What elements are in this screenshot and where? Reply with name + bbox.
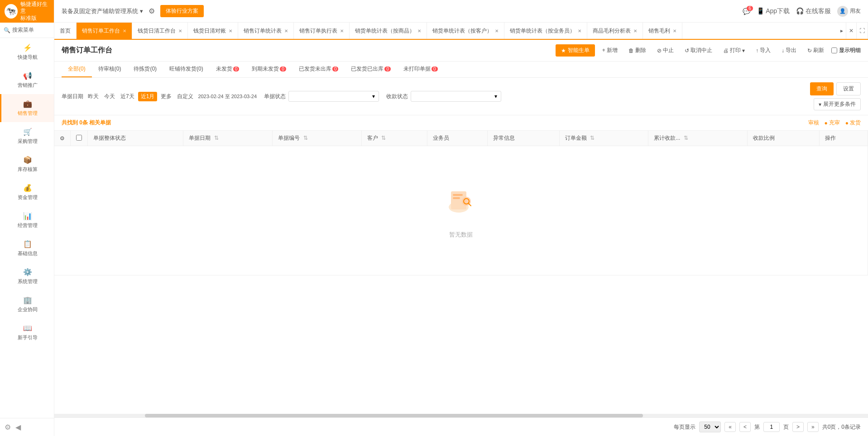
- tabs-close-all-button[interactable]: ✕: [846, 23, 857, 39]
- tab-sales-profit[interactable]: 销售毛利 ✕: [643, 23, 682, 39]
- next-page-button[interactable]: >: [792, 422, 804, 432]
- sub-tab-not-shipped[interactable]: 未发货0: [210, 62, 246, 77]
- payment-select[interactable]: ▾: [411, 91, 501, 102]
- review-btn[interactable]: 审核: [808, 119, 819, 127]
- sidebar-item-system[interactable]: ⚙️ 系统管理: [0, 262, 54, 290]
- refresh-button[interactable]: ↻ 刷新: [804, 45, 828, 56]
- tab-close-icon[interactable]: ✕: [178, 28, 182, 33]
- detail-checkbox[interactable]: [831, 47, 837, 53]
- cancel-stop-button[interactable]: ↺ 取消中止: [681, 45, 716, 56]
- detail-toggle[interactable]: 显示明细: [831, 47, 861, 54]
- ship-btn[interactable]: ● 发货: [845, 119, 861, 127]
- scrollbar-thumb[interactable]: [145, 414, 643, 417]
- print-button[interactable]: 🖨 打印 ▾: [719, 45, 748, 56]
- tabs-more-button[interactable]: ▸: [838, 23, 846, 39]
- sub-tab-pending-pickup[interactable]: 待拣货(0): [127, 62, 163, 77]
- online-service-button[interactable]: 🎧 在线客服: [796, 7, 831, 15]
- tabs-fullscreen-button[interactable]: ⛶: [857, 23, 868, 39]
- sidebar-item-enterprise[interactable]: 🏢 企业协同: [0, 290, 54, 318]
- sub-tabs: 全部(0) 待审核(0) 待拣货(0) 旺铺待发货(0) 未发货0 到期未发货0…: [54, 62, 868, 78]
- sidebar-item-operation[interactable]: 📊 经营管理: [0, 206, 54, 234]
- tab-close-icon[interactable]: ✕: [673, 28, 676, 33]
- status-select[interactable]: ▾: [288, 91, 379, 102]
- last-page-button[interactable]: »: [807, 422, 819, 432]
- sub-tab-wangpu[interactable]: 旺铺待发货(0): [163, 62, 210, 77]
- sub-tab-not-printed[interactable]: 未打印单据0: [397, 62, 444, 77]
- sub-tab-all[interactable]: 全部(0): [62, 62, 92, 77]
- tab-sales-stats-staff[interactable]: 销货单统计表（按业务员） ✕: [504, 23, 587, 39]
- date-btn-1month[interactable]: 近1月: [138, 92, 158, 101]
- th-number[interactable]: 单据编号 ⇅: [273, 131, 362, 146]
- sidebar-search[interactable]: 🔍 搜索菜单: [0, 23, 54, 38]
- tab-close-icon[interactable]: ✕: [417, 28, 421, 33]
- import-button[interactable]: ↑ 导入: [752, 45, 774, 56]
- sidebar-item-guide[interactable]: 📖 新手引导: [0, 318, 54, 346]
- export-button[interactable]: ↓ 导出: [778, 45, 800, 56]
- message-button[interactable]: 💬 6: [743, 8, 750, 15]
- industry-solution-button[interactable]: 体验行业方案: [160, 5, 204, 17]
- footer-settings-icon[interactable]: ⚙: [5, 423, 11, 431]
- sub-tab-expired-not-shipped[interactable]: 到期未发货0: [245, 62, 293, 77]
- tab-close-icon[interactable]: ✕: [578, 28, 581, 33]
- status-dropdown-icon: ▾: [372, 93, 375, 100]
- tab-sales-stats-table[interactable]: 销售订单统计表 ✕: [238, 23, 294, 39]
- delete-button[interactable]: 🗑 删除: [625, 45, 650, 56]
- tab-sales-stats-product[interactable]: 销货单统计表（按商品） ✕: [350, 23, 427, 39]
- tab-home[interactable]: 首页: [54, 23, 77, 39]
- first-page-button[interactable]: «: [724, 422, 736, 432]
- new-button[interactable]: + 新增: [599, 45, 621, 56]
- sidebar-item-quick-nav[interactable]: ⚡ 快捷导航: [0, 38, 54, 66]
- sub-tab-shipped-not-in[interactable]: 已发货未出库0: [293, 62, 345, 77]
- date-btn-more[interactable]: 更多: [159, 92, 173, 101]
- th-staff[interactable]: 业务员: [427, 131, 487, 146]
- tab-margin-analysis[interactable]: 商品毛利分析表 ✕: [587, 23, 643, 39]
- tab-sales-order-exec[interactable]: 销售订单执行表 ✕: [294, 23, 350, 39]
- th-col-settings[interactable]: ⚙: [54, 131, 71, 146]
- footer-collapse-icon[interactable]: ◀: [15, 423, 21, 431]
- tab-cash-reconcile[interactable]: 钱货日清对账 ✕: [188, 23, 238, 39]
- date-btn-today[interactable]: 今天: [102, 92, 117, 101]
- filter-settings-button[interactable]: 设置: [836, 82, 861, 95]
- user-menu[interactable]: 👤 用友: [837, 6, 861, 17]
- sidebar-item-finance[interactable]: 💰 资金管理: [0, 178, 54, 206]
- page-number-input[interactable]: [763, 422, 780, 432]
- tab-close-icon[interactable]: ✕: [495, 28, 499, 33]
- cancel-review-btn[interactable]: ● 充审: [825, 119, 840, 127]
- date-btn-7days[interactable]: 近7天: [119, 92, 136, 101]
- tab-close-icon[interactable]: ✕: [284, 28, 288, 33]
- tab-sales-workbench[interactable]: 销售订单工作台 ✕: [77, 23, 132, 39]
- sub-tab-shipped-out[interactable]: 已发货已出库0: [345, 62, 397, 77]
- th-received[interactable]: 累计收款... ⇅: [648, 131, 748, 146]
- horizontal-scrollbar[interactable]: [54, 414, 868, 417]
- tab-cash-daily[interactable]: 钱货日清工作台 ✕: [132, 23, 188, 39]
- sidebar-item-marketing[interactable]: 📢 营销推广: [0, 66, 54, 94]
- sidebar-item-purchase[interactable]: 🛒 采购管理: [0, 122, 54, 150]
- tab-close-icon[interactable]: ✕: [340, 28, 344, 33]
- th-customer[interactable]: 客户 ⇅: [362, 131, 427, 146]
- date-btn-yesterday[interactable]: 昨天: [86, 92, 101, 101]
- query-button[interactable]: 查询: [810, 82, 834, 95]
- expand-filter-button[interactable]: ▾ 展开更多条件: [814, 98, 861, 110]
- prev-page-button[interactable]: <: [739, 422, 751, 432]
- tab-close-icon[interactable]: ✕: [123, 28, 126, 33]
- tab-close-icon[interactable]: ✕: [229, 28, 232, 33]
- tab-sales-stats-customer[interactable]: 销货单统计表（按客户） ✕: [427, 23, 504, 39]
- tab-close-icon[interactable]: ✕: [633, 28, 637, 33]
- settings-icon[interactable]: ⚙: [149, 7, 155, 15]
- date-btn-custom[interactable]: 自定义: [175, 92, 195, 101]
- per-page-select[interactable]: 50: [699, 422, 721, 432]
- sub-tab-pending-review[interactable]: 待审核(0): [92, 62, 128, 77]
- sidebar-item-basic[interactable]: 📋 基础信息: [0, 234, 54, 262]
- sidebar-item-inventory[interactable]: 📦 库存核算: [0, 150, 54, 178]
- th-date[interactable]: 单据日期 ⇅: [183, 131, 273, 146]
- system-selector[interactable]: 装备及固定资产辅助管理系统 ▾: [62, 7, 143, 15]
- th-select-all[interactable]: [71, 131, 88, 146]
- total-info: 共0页，0条记录: [822, 423, 861, 431]
- th-amount[interactable]: 订单金额 ⇅: [559, 131, 648, 146]
- select-all-checkbox[interactable]: [76, 135, 82, 141]
- app-download-button[interactable]: 📱 App下载: [757, 7, 790, 15]
- sidebar-item-sales[interactable]: 💼 销售管理: [0, 94, 54, 122]
- stop-button[interactable]: ⊘ 中止: [653, 45, 677, 56]
- table-body: 暂无数据: [54, 146, 868, 275]
- smart-order-button[interactable]: ★ 智能生单: [556, 44, 595, 57]
